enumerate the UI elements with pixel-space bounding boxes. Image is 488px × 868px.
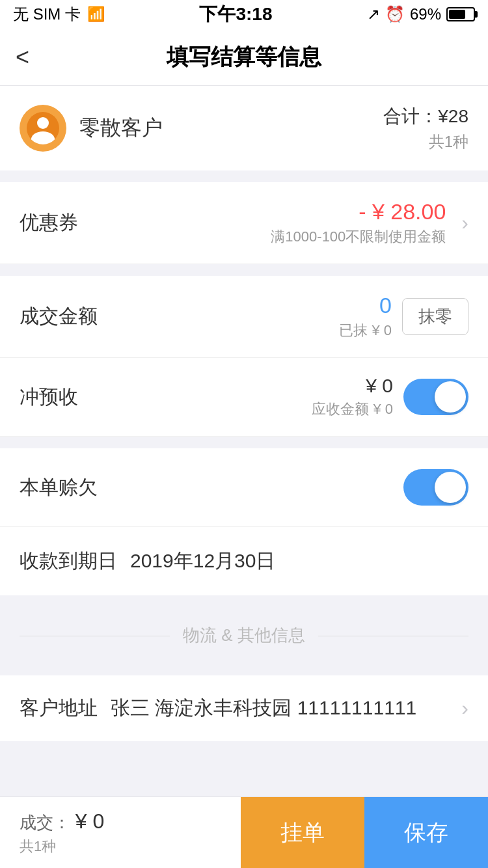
total-count: 共1种 bbox=[383, 131, 468, 152]
customer-row: 零散客户 合计：¥28 共1种 bbox=[0, 86, 488, 170]
logistics-text: 物流 & 其他信息 bbox=[170, 624, 318, 647]
transaction-value: 0 bbox=[339, 293, 392, 318]
debt-toggle-knob bbox=[435, 472, 466, 503]
coupon-chevron-icon: › bbox=[461, 211, 468, 235]
prepayment-toggle[interactable] bbox=[403, 379, 468, 415]
nav-bar: < 填写结算等信息 bbox=[0, 29, 488, 86]
coupon-row[interactable]: 优惠券 - ¥ 28.00 满1000-100不限制使用金额 › bbox=[0, 182, 488, 264]
due-date-value: 2019年12月30日 bbox=[130, 548, 275, 575]
page-title: 填写结算等信息 bbox=[167, 42, 321, 72]
status-left: 无 SIM 卡 📶 bbox=[13, 4, 105, 25]
bottom-count: 共1种 bbox=[20, 837, 221, 856]
address-chevron-icon: › bbox=[461, 696, 468, 720]
toggle-knob bbox=[435, 381, 466, 413]
prepayment-label: 冲预收 bbox=[20, 384, 78, 411]
content-area: 零散客户 合计：¥28 共1种 优惠券 - ¥ 28.00 满1000-100不… bbox=[0, 86, 488, 819]
prepayment-amount: ¥ 0 bbox=[312, 375, 393, 397]
address-value: 张三 海淀永丰科技园 11111111111 bbox=[111, 695, 443, 722]
hang-button[interactable]: 挂单 bbox=[241, 797, 364, 869]
customer-name: 零散客户 bbox=[79, 114, 163, 142]
bottom-bar: 成交： ¥ 0 共1种 挂单 保存 bbox=[0, 796, 488, 868]
transaction-col: 0 已抹 ¥ 0 bbox=[339, 293, 392, 340]
round-button[interactable]: 抹零 bbox=[402, 298, 468, 335]
alarm-icon: ⏰ bbox=[385, 5, 405, 23]
save-button[interactable]: 保存 bbox=[364, 797, 488, 869]
transaction-right: 0 已抹 ¥ 0 抹零 bbox=[339, 293, 468, 340]
coupon-col: - ¥ 28.00 满1000-100不限制使用金额 bbox=[271, 199, 446, 247]
battery-label: 69% bbox=[410, 5, 441, 23]
debt-toggle[interactable] bbox=[403, 469, 468, 506]
prepayment-sub: 应收金额 ¥ 0 bbox=[312, 400, 393, 419]
transaction-sub: 已抹 ¥ 0 bbox=[339, 321, 392, 340]
location-icon: ↗ bbox=[367, 5, 380, 23]
bottom-deal-row: 成交： ¥ 0 bbox=[20, 809, 221, 834]
customer-summary: 合计：¥28 共1种 bbox=[383, 104, 468, 152]
address-row[interactable]: 客户地址 张三 海淀永丰科技园 11111111111 › bbox=[0, 675, 488, 741]
due-date-row[interactable]: 收款到期日 2019年12月30日 bbox=[0, 526, 488, 595]
gap1 bbox=[0, 170, 488, 182]
avatar-inner bbox=[27, 112, 59, 144]
prepayment-col: ¥ 0 应收金额 ¥ 0 bbox=[312, 375, 393, 419]
bottom-deal-amount: ¥ 0 bbox=[75, 809, 104, 833]
status-time: 下午3:18 bbox=[199, 2, 272, 27]
debt-label: 本单赊欠 bbox=[20, 474, 98, 501]
carrier-label: 无 SIM 卡 bbox=[13, 4, 81, 25]
bottom-info: 成交： ¥ 0 共1种 bbox=[0, 809, 241, 856]
coupon-desc: 满1000-100不限制使用金额 bbox=[271, 227, 446, 247]
debt-row: 本单赊欠 bbox=[0, 448, 488, 526]
logistics-divider: 物流 & 其他信息 bbox=[0, 607, 488, 664]
battery-icon bbox=[446, 7, 475, 21]
gap4 bbox=[0, 595, 488, 607]
transaction-amount-row: 成交金额 0 已抹 ¥ 0 抹零 bbox=[0, 276, 488, 358]
prepayment-right: ¥ 0 应收金额 ¥ 0 bbox=[312, 375, 468, 419]
status-right: ↗ ⏰ 69% bbox=[367, 5, 475, 23]
bottom-deal-label: 成交： bbox=[20, 813, 70, 832]
due-date-label: 收款到期日 bbox=[20, 548, 117, 575]
transaction-label: 成交金额 bbox=[20, 303, 98, 330]
wifi-icon: 📶 bbox=[87, 6, 105, 23]
address-label: 客户地址 bbox=[20, 695, 98, 722]
coupon-label: 优惠券 bbox=[20, 210, 78, 236]
back-button[interactable]: < bbox=[16, 44, 29, 71]
status-bar: 无 SIM 卡 📶 下午3:18 ↗ ⏰ 69% bbox=[0, 0, 488, 29]
gap5 bbox=[0, 664, 488, 675]
gap2 bbox=[0, 264, 488, 276]
avatar bbox=[20, 105, 66, 152]
prepayment-row: 冲预收 ¥ 0 应收金额 ¥ 0 bbox=[0, 358, 488, 437]
coupon-right: - ¥ 28.00 满1000-100不限制使用金额 › bbox=[271, 199, 468, 247]
customer-left: 零散客户 bbox=[20, 105, 163, 152]
total-amount: 合计：¥28 bbox=[383, 104, 468, 129]
coupon-amount: - ¥ 28.00 bbox=[271, 199, 446, 224]
gap3 bbox=[0, 437, 488, 448]
